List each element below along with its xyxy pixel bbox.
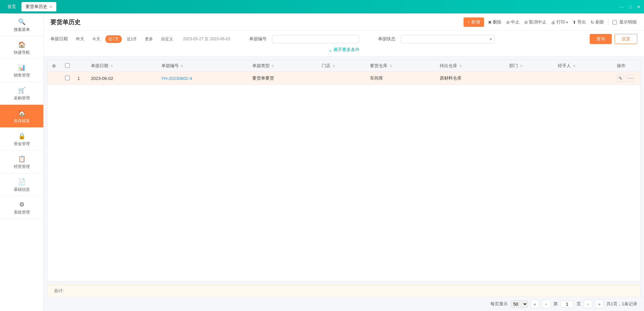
date-btn-custom[interactable]: 自定义 bbox=[158, 35, 176, 43]
window-close[interactable]: ✕ bbox=[637, 4, 641, 9]
sidebar-item-finance[interactable]: 🔒 资金管理 bbox=[0, 128, 43, 150]
expand-more-button[interactable]: ⌄ 展开更多条件 bbox=[328, 47, 360, 53]
sort-dept-icon: ⇅ bbox=[520, 64, 523, 68]
refresh-button[interactable]: ↻ 刷新 bbox=[590, 18, 605, 27]
th-checkbox bbox=[61, 60, 74, 72]
date-btn-today[interactable]: 今天 bbox=[89, 35, 103, 43]
sidebar-item-quick-label: 快捷导航 bbox=[14, 50, 30, 55]
stop-button[interactable]: ⊘ 中止 bbox=[505, 18, 520, 27]
window-controls: — □ ✕ bbox=[619, 4, 641, 9]
date-range-display: 2023-05-27 至 2023-06-02 bbox=[183, 36, 230, 42]
th-dept-label: 部门 bbox=[509, 63, 518, 68]
cell-settings bbox=[47, 72, 61, 85]
select-all-checkbox[interactable] bbox=[65, 63, 70, 68]
show-detail-checkbox[interactable]: 显示明细 bbox=[612, 18, 637, 27]
sidebar-item-base-info[interactable]: 📄 基础信息 bbox=[0, 173, 43, 196]
more-action-icon[interactable]: ⋯ bbox=[627, 75, 634, 82]
print-icon: 🖨 bbox=[551, 20, 555, 25]
last-page-button[interactable]: » bbox=[595, 300, 604, 308]
th-action: 操作 bbox=[613, 60, 640, 72]
date-btn-1month[interactable]: 近1月 bbox=[124, 35, 140, 43]
th-store-label: 门店 bbox=[322, 63, 330, 68]
table-header: ⚙ 单据日期 ⇅ 单据编号 ⇅ bbox=[47, 60, 640, 72]
filter-row-1: 单据日期 昨天 今天 近7天 近1月 更多 自定义 2023-05-27 至 2… bbox=[50, 34, 637, 44]
sort-doc-type-icon: ⇅ bbox=[271, 64, 274, 68]
export-button[interactable]: ⬆ 导出 bbox=[572, 18, 587, 27]
window-minimize[interactable]: — bbox=[619, 4, 624, 9]
cancel-stop-button[interactable]: ⊘ 取消中止 bbox=[524, 18, 547, 27]
date-btn-7days[interactable]: 近7天 bbox=[105, 35, 122, 43]
delete-icon: ✖ bbox=[488, 20, 492, 25]
print-button[interactable]: 🖨 打印 ▾ bbox=[550, 18, 569, 27]
refresh-icon: ↻ bbox=[591, 20, 594, 25]
expand-label: 展开更多条件 bbox=[333, 47, 360, 53]
cell-date: 2023-06-02 bbox=[88, 72, 158, 85]
edit-action-icon[interactable]: ✎ bbox=[617, 75, 624, 82]
sidebar-item-quick-nav[interactable]: 🏠 快捷导航 bbox=[0, 36, 43, 59]
main-layout: 🔍 搜索菜单 🏠 快捷导航 📊 销售管理 🛒 采购管理 🏠 库存核算 🔒 资金管… bbox=[0, 13, 644, 311]
tab-requisition-history[interactable]: 要货单历史 ✕ bbox=[21, 2, 56, 11]
window-maximize[interactable]: □ bbox=[629, 4, 632, 9]
page-title: 要货单历史 bbox=[50, 18, 80, 26]
summary-label: 合计: bbox=[54, 288, 64, 294]
settings-button[interactable]: 设置 bbox=[614, 34, 637, 44]
header-row: ⚙ 单据日期 ⇅ 单据编号 ⇅ bbox=[47, 60, 640, 72]
date-filter-label: 单据日期 bbox=[50, 36, 68, 42]
system-icon: ⚙ bbox=[19, 201, 24, 208]
query-button[interactable]: 查询 bbox=[590, 34, 612, 44]
th-store[interactable]: 门店 ⇅ bbox=[318, 60, 367, 72]
next-page-button[interactable]: › bbox=[584, 300, 592, 308]
doc-no-input[interactable] bbox=[272, 35, 359, 43]
action-icons: ✎ ⋯ bbox=[617, 75, 637, 82]
doc-no-label: 单据编号 bbox=[249, 36, 267, 42]
tab-home[interactable]: 首页 bbox=[3, 2, 20, 11]
th-date[interactable]: 单据日期 ⇅ bbox=[88, 60, 158, 72]
cell-store bbox=[318, 72, 367, 85]
sidebar-item-purchase-label: 采购管理 bbox=[14, 95, 30, 101]
th-req-wh-label: 要货仓库 bbox=[370, 63, 387, 68]
table-footer: 合计: bbox=[47, 285, 641, 297]
cell-handler bbox=[554, 72, 613, 85]
sidebar-item-purchase[interactable]: 🛒 采购管理 bbox=[0, 82, 43, 105]
page-label-prefix: 第 bbox=[553, 301, 558, 307]
page-header: 要货单历史 + 新增 ✖ 删除 ⊘ 中止 ⊘ 取消中止 bbox=[44, 13, 644, 31]
th-doc-no-label: 单据编号 bbox=[161, 63, 179, 68]
status-select[interactable] bbox=[401, 35, 495, 43]
add-button[interactable]: + 新增 bbox=[464, 17, 484, 27]
th-doc-type[interactable]: 单据类型 ⇅ bbox=[249, 60, 318, 72]
th-req-warehouse[interactable]: 要货仓库 ⇅ bbox=[367, 60, 436, 72]
th-dept[interactable]: 部门 ⇅ bbox=[506, 60, 554, 72]
tab-home-label: 首页 bbox=[7, 4, 16, 10]
sidebar-item-inventory[interactable]: 🏠 库存核算 bbox=[0, 105, 43, 128]
date-btn-yesterday[interactable]: 昨天 bbox=[73, 35, 87, 43]
total-info: 共1页，1条记录 bbox=[606, 301, 637, 307]
delete-button[interactable]: ✖ 删除 bbox=[487, 18, 502, 27]
cell-action: ✎ ⋯ bbox=[613, 72, 640, 85]
date-btn-more[interactable]: 更多 bbox=[142, 35, 156, 43]
show-detail-input[interactable] bbox=[612, 20, 617, 25]
th-settings[interactable]: ⚙ bbox=[47, 60, 61, 72]
sort-store-icon: ⇅ bbox=[332, 64, 335, 68]
cell-req-warehouse: 车间库 bbox=[367, 72, 436, 85]
page-size-select[interactable]: 10 20 50 100 bbox=[511, 300, 528, 308]
table-body: 1 2023-06-02 YH-20230602-4 要货单要货 车间库 原材料… bbox=[47, 72, 640, 85]
first-page-button[interactable]: « bbox=[531, 300, 539, 308]
row-checkbox[interactable] bbox=[65, 76, 70, 80]
th-handler[interactable]: 经手人 ⇅ bbox=[554, 60, 613, 72]
sidebar-item-search-menu[interactable]: 🔍 搜索菜单 bbox=[0, 13, 43, 36]
tab-close-icon[interactable]: ✕ bbox=[49, 5, 52, 9]
tab-requisition-label: 要货单历史 bbox=[25, 4, 47, 10]
filter-row-expand: ⌄ 展开更多条件 bbox=[50, 47, 637, 53]
th-doc-no[interactable]: 单据编号 ⇅ bbox=[158, 60, 249, 72]
doc-no-link[interactable]: YH-20230602-4 bbox=[161, 76, 192, 81]
sidebar-item-sales[interactable]: 📊 销售管理 bbox=[0, 59, 43, 82]
sidebar-item-operations[interactable]: 📋 经营管理 bbox=[0, 150, 43, 173]
th-pending-warehouse[interactable]: 待出仓库 ⇅ bbox=[436, 60, 506, 72]
sidebar-item-system[interactable]: ⚙ 系统管理 bbox=[0, 196, 43, 219]
current-page-input[interactable] bbox=[560, 301, 574, 308]
sort-date-icon: ⇅ bbox=[110, 64, 113, 68]
prev-page-button[interactable]: ‹ bbox=[542, 300, 551, 308]
cell-doc-type: 要货单要货 bbox=[249, 72, 318, 85]
filter-bar: 单据日期 昨天 今天 近7天 近1月 更多 自定义 2023-05-27 至 2… bbox=[44, 31, 644, 56]
table-area: ⚙ 单据日期 ⇅ 单据编号 ⇅ bbox=[47, 60, 641, 281]
